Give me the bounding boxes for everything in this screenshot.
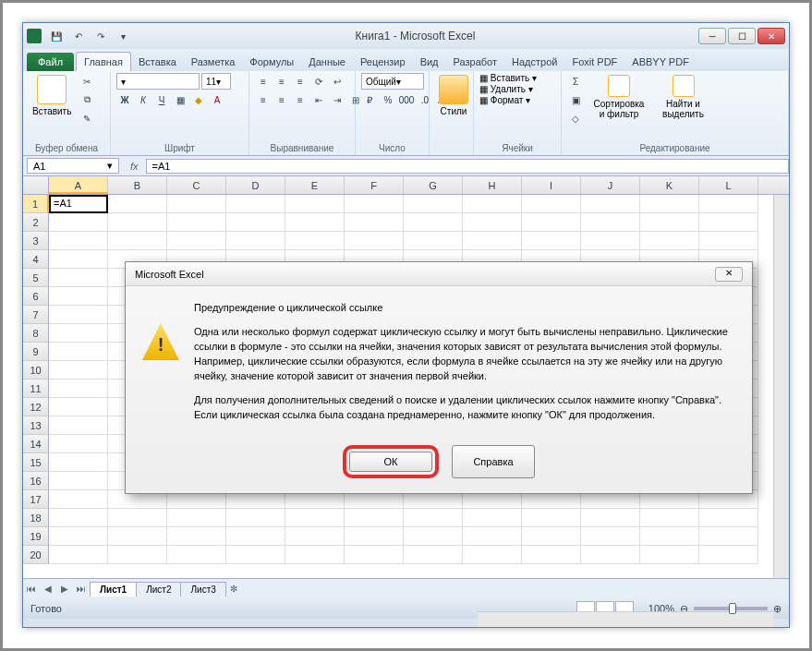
row-header[interactable]: 20 <box>23 546 49 564</box>
find-select-button[interactable]: Найти и выделить <box>654 73 712 121</box>
comma-icon[interactable]: 000 <box>398 91 415 108</box>
cell[interactable] <box>463 527 522 546</box>
col-header[interactable]: H <box>463 176 522 194</box>
cell[interactable] <box>581 546 640 564</box>
sheet-nav-last[interactable]: ⏭ <box>73 584 90 594</box>
tab-developer[interactable]: Разработ <box>446 53 504 71</box>
cell[interactable] <box>463 232 522 250</box>
col-header[interactable]: C <box>167 176 226 194</box>
cell[interactable] <box>640 232 699 250</box>
cell[interactable] <box>285 195 345 213</box>
cell[interactable] <box>49 472 108 490</box>
vertical-scrollbar[interactable] <box>773 195 789 578</box>
tab-data[interactable]: Данные <box>301 53 353 71</box>
cell[interactable] <box>404 232 463 250</box>
sheet-tab[interactable]: Лист2 <box>136 582 181 597</box>
styles-button[interactable]: Стили <box>435 73 472 118</box>
cell[interactable] <box>699 546 758 564</box>
cell[interactable] <box>345 527 404 546</box>
cell[interactable] <box>49 435 108 453</box>
row-header[interactable]: 1 <box>23 195 49 213</box>
cell[interactable] <box>404 527 463 546</box>
font-select[interactable]: ▾ <box>116 73 200 90</box>
cell[interactable] <box>49 306 108 324</box>
col-header[interactable]: E <box>285 176 345 194</box>
cell[interactable] <box>699 509 758 527</box>
tab-formulas[interactable]: Формулы <box>242 53 301 71</box>
col-header[interactable]: F <box>345 176 404 194</box>
cell[interactable] <box>640 195 699 213</box>
row-header[interactable]: 7 <box>23 306 49 324</box>
sort-filter-button[interactable]: Сортировка и фильтр <box>588 73 650 121</box>
percent-icon[interactable]: % <box>380 91 396 108</box>
cell[interactable] <box>108 509 167 527</box>
sheet-tab[interactable]: Лист3 <box>180 582 225 597</box>
cell[interactable] <box>581 509 640 527</box>
cell[interactable] <box>699 232 758 250</box>
cell[interactable] <box>285 527 345 546</box>
cell[interactable] <box>167 546 226 564</box>
cell[interactable] <box>345 546 404 564</box>
fx-icon[interactable]: fx <box>123 161 146 172</box>
cell[interactable] <box>463 546 522 564</box>
cell[interactable] <box>49 213 108 232</box>
zoom-slider[interactable] <box>694 607 768 610</box>
cell[interactable] <box>581 213 640 232</box>
cell[interactable] <box>522 509 581 527</box>
cut-icon[interactable]: ✂ <box>79 73 95 90</box>
cell[interactable] <box>345 213 404 232</box>
row-header[interactable]: 14 <box>23 435 49 453</box>
row-header[interactable]: 8 <box>23 324 49 343</box>
cell[interactable] <box>49 232 108 250</box>
dialog-close-button[interactable]: ✕ <box>715 267 743 282</box>
tab-insert[interactable]: Вставка <box>131 53 184 71</box>
sheet-tab[interactable]: Лист1 <box>90 582 137 597</box>
maximize-button[interactable]: ☐ <box>728 28 756 44</box>
qat-dropdown-icon[interactable]: ▾ <box>114 27 132 45</box>
row-header[interactable]: 9 <box>23 343 49 361</box>
cell[interactable] <box>167 232 226 250</box>
cell[interactable] <box>522 213 581 232</box>
cell[interactable] <box>522 546 581 564</box>
cell[interactable] <box>226 195 285 213</box>
cell[interactable] <box>167 527 226 546</box>
cell[interactable] <box>285 509 345 527</box>
tab-view[interactable]: Вид <box>413 53 446 71</box>
indent-dec-icon[interactable]: ⇤ <box>310 91 327 108</box>
cell[interactable] <box>108 527 167 546</box>
cell[interactable] <box>108 195 167 213</box>
file-tab[interactable]: Файл <box>27 53 74 71</box>
cell[interactable] <box>167 195 226 213</box>
cell[interactable] <box>285 232 345 250</box>
row-header[interactable]: 6 <box>23 287 49 306</box>
formula-input[interactable]: =A1 <box>146 159 789 174</box>
cell[interactable] <box>49 509 108 527</box>
cell[interactable] <box>49 343 108 361</box>
cell[interactable] <box>49 361 108 380</box>
tab-review[interactable]: Рецензир <box>353 53 413 71</box>
cell[interactable] <box>285 213 345 232</box>
cell[interactable] <box>463 213 522 232</box>
cell[interactable] <box>49 250 108 269</box>
align-mid-icon[interactable]: ≡ <box>273 73 290 90</box>
cell[interactable] <box>226 232 285 250</box>
cell[interactable] <box>699 195 758 213</box>
minimize-button[interactable]: ─ <box>698 28 726 44</box>
cell[interactable] <box>640 509 699 527</box>
cell[interactable] <box>345 232 404 250</box>
cell[interactable] <box>49 490 108 509</box>
col-header[interactable]: L <box>699 176 758 194</box>
sheet-nav-next[interactable]: ▶ <box>56 584 73 594</box>
row-header[interactable]: 3 <box>23 232 49 250</box>
cell[interactable] <box>108 546 167 564</box>
cell[interactable] <box>49 287 108 306</box>
row-header[interactable]: 19 <box>23 527 49 546</box>
orientation-icon[interactable]: ⟳ <box>310 73 327 90</box>
help-button[interactable]: Справка <box>452 445 535 478</box>
select-all-corner[interactable] <box>23 176 49 194</box>
row-header[interactable]: 13 <box>23 416 49 435</box>
tab-addins[interactable]: Надстрой <box>504 53 564 71</box>
font-size-select[interactable]: 11 ▾ <box>201 73 231 90</box>
cell[interactable] <box>699 213 758 232</box>
row-header[interactable]: 2 <box>23 213 49 232</box>
